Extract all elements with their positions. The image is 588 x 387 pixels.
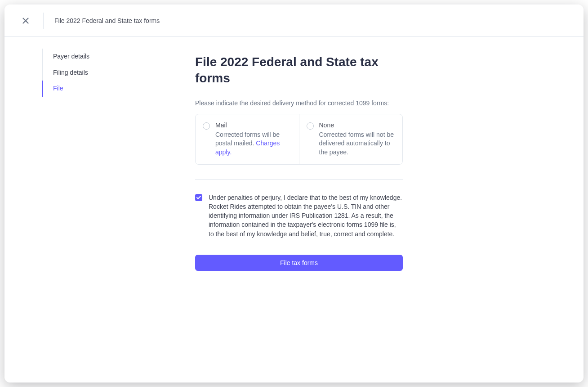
header-title: File 2022 Federal and State tax forms — [54, 17, 160, 24]
header-separator — [43, 13, 44, 29]
declaration-row: Under penalties of perjury, I declare th… — [195, 193, 403, 238]
option-none-title: None — [319, 122, 396, 129]
main: File 2022 Federal and State tax forms Pl… — [157, 37, 584, 382]
option-none-desc: Corrected forms will not be delivered au… — [319, 130, 396, 157]
option-mail-desc: Corrected forms will be postal mailed. C… — [215, 130, 292, 157]
delivery-options: Mail Corrected forms will be postal mail… — [195, 114, 403, 165]
modal-body: Payer details Filing details File File 2… — [4, 37, 584, 382]
file-tax-forms-button[interactable]: File tax forms — [195, 255, 403, 271]
option-mail[interactable]: Mail Corrected forms will be postal mail… — [196, 114, 299, 164]
option-none[interactable]: None Corrected forms will not be deliver… — [299, 114, 403, 164]
delivery-prompt: Please indicate the desired delivery met… — [195, 99, 403, 107]
declaration-checkbox[interactable] — [195, 194, 202, 201]
modal: File 2022 Federal and State tax forms Pa… — [4, 4, 584, 382]
nav-list: Payer details Filing details File — [42, 49, 157, 97]
divider — [195, 179, 403, 180]
option-mail-title: Mail — [215, 122, 292, 129]
sidebar: Payer details Filing details File — [4, 37, 157, 382]
content: File 2022 Federal and State tax forms Pl… — [195, 54, 403, 271]
declaration-text: Under penalties of perjury, I declare th… — [209, 193, 403, 238]
option-none-body: None Corrected forms will not be deliver… — [319, 122, 396, 157]
page-title: File 2022 Federal and State tax forms — [195, 54, 403, 87]
close-icon — [22, 18, 29, 24]
check-icon — [196, 196, 201, 199]
close-button[interactable] — [19, 14, 32, 27]
modal-header: File 2022 Federal and State tax forms — [4, 4, 584, 37]
sidebar-item-payer-details[interactable]: Payer details — [42, 49, 157, 65]
radio-mail[interactable] — [203, 122, 210, 130]
option-none-desc-text: Corrected forms will not be delivered au… — [319, 131, 394, 156]
option-mail-body: Mail Corrected forms will be postal mail… — [215, 122, 292, 157]
sidebar-item-filing-details[interactable]: Filing details — [42, 65, 157, 81]
radio-none[interactable] — [307, 122, 314, 130]
sidebar-item-file[interactable]: File — [42, 81, 157, 97]
